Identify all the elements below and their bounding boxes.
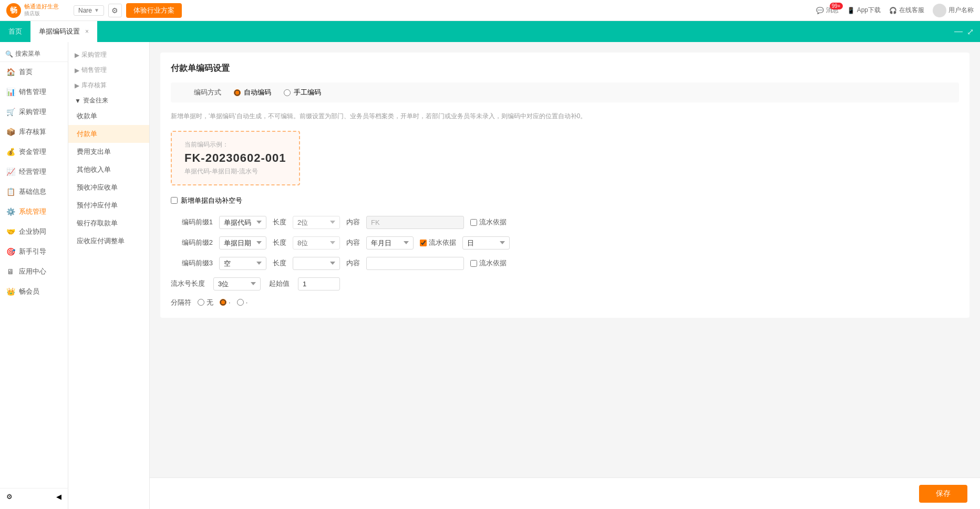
sidebar-item-sales[interactable]: 📊 销售管理 — [0, 82, 68, 102]
sidebar-item-purchase[interactable]: 🛒 采购管理 — [0, 102, 68, 122]
manual-encode-option[interactable]: 手工编码 — [284, 88, 321, 97]
sep-dot-radio[interactable] — [220, 299, 226, 306]
sidebar-settings-icon[interactable]: ⚙ — [6, 493, 13, 501]
serial-length-select[interactable]: 3位 — [213, 277, 261, 290]
serial-length-label: 流水号长度 — [171, 279, 205, 288]
logo-icon: 畅 — [6, 3, 21, 18]
sub-nav-group-purchase[interactable]: ▶ 采购管理 — [68, 46, 149, 61]
sub-nav-group-inventory[interactable]: ▶ 库存核算 — [68, 77, 149, 92]
auto-fill-checkbox[interactable] — [171, 197, 178, 204]
sidebar-item-member[interactable]: 👑 畅会员 — [0, 282, 68, 302]
prefix3-length-select[interactable] — [293, 257, 340, 270]
inventory-group-chevron: ▶ — [75, 82, 79, 89]
tab-settings[interactable]: 单据编码设置 × — [30, 21, 97, 42]
form-row-prefix1: 编码前缀1 单据代码 长度 2位 内容 流水依据 — [171, 216, 959, 229]
prefix3-length-label: 长度 — [273, 258, 286, 268]
serial-length-row: 流水号长度 3位 起始值 — [171, 277, 959, 290]
prefix2-serial-checkbox[interactable] — [420, 240, 427, 246]
auto-fill-row: 新增单据自动补空号 — [171, 196, 959, 205]
sidebar-item-guide[interactable]: 🎯 新手引导 — [0, 242, 68, 262]
sub-nav-item-expense[interactable]: 费用支出单 — [68, 143, 149, 161]
download-icon: 📱 — [847, 7, 855, 14]
sub-nav-item-other-income[interactable]: 其他收入单 — [68, 161, 149, 179]
fullscreen-icon[interactable]: ⤢ — [967, 27, 974, 37]
logo-area: 畅 畅通道好生意 插店版 — [6, 3, 69, 18]
sidebar-search[interactable]: 🔍 搜索菜单 — [0, 46, 68, 62]
sub-nav-item-prepay-receivable[interactable]: 预收冲应收单 — [68, 179, 149, 196]
minimize-icon[interactable]: — — [954, 27, 963, 36]
sub-nav-item-payment[interactable]: 付款单 — [68, 125, 149, 143]
messages-button[interactable]: 💬 消息 99+ — [816, 6, 839, 15]
sidebar-collapse-icon[interactable]: ◀ — [56, 493, 61, 501]
online-service-button[interactable]: 🎧 在线客服 — [889, 6, 924, 15]
prefix3-serial-checkbox[interactable] — [470, 260, 477, 267]
logo-text: 畅通道好生意 插店版 — [24, 3, 59, 17]
tab-close-icon[interactable]: × — [85, 28, 89, 35]
prefix1-select[interactable]: 单据代码 — [219, 216, 266, 229]
prefix3-select[interactable]: 空 — [219, 257, 266, 270]
page-title: 付款单编码设置 — [171, 63, 959, 74]
auto-encode-radio[interactable] — [234, 89, 241, 96]
prefix3-serial-check[interactable]: 流水依据 — [470, 258, 507, 268]
encode-method-row: 编码方式 自动编码 手工编码 — [171, 82, 959, 102]
sidebar-item-enterprise[interactable]: 🤝 企业协同 — [0, 222, 68, 242]
sep-dot-option[interactable]: · — [220, 298, 231, 306]
sub-nav-group-funds[interactable]: ▼ 资金往来 — [68, 92, 149, 107]
sep-none-option[interactable]: 无 — [198, 298, 213, 307]
search-icon: 🔍 — [5, 50, 13, 58]
app-center-icon: 🖥 — [6, 267, 15, 276]
prefix1-content-input — [366, 216, 464, 229]
info-text: 新增单据时，'单据编码'自动生成，不可编辑。前缀设置为部门、业务员等档案类，开单… — [171, 111, 959, 122]
message-icon: 💬 — [816, 7, 824, 14]
user-menu[interactable]: 用户名称 — [933, 4, 974, 17]
service-icon: 🎧 — [889, 7, 897, 14]
prefix1-length-select: 2位 — [293, 216, 340, 229]
sub-nav-item-bank[interactable]: 银行存取款单 — [68, 214, 149, 232]
sub-nav-item-prepay-payable[interactable]: 预付冲应付单 — [68, 196, 149, 214]
preview-box: 当前编码示例： FK-20230602-001 单据代码-单据日期-流水号 — [171, 131, 300, 185]
sub-nav-item-receipt[interactable]: 收款单 — [68, 107, 149, 125]
sep-dot2-option[interactable]: · — [237, 298, 248, 306]
purchase-group-chevron: ▶ — [75, 51, 79, 59]
auto-fill-label: 新增单据自动补空号 — [181, 196, 242, 205]
sidebar-item-operations[interactable]: 📈 经营管理 — [0, 162, 68, 182]
sep-dot2-radio[interactable] — [237, 299, 244, 306]
prefix1-serial-checkbox[interactable] — [470, 219, 477, 226]
sidebar-item-inventory[interactable]: 📦 库存核算 — [0, 122, 68, 142]
settings-icon[interactable]: ⚙ — [108, 4, 122, 17]
prefix2-serial-check[interactable]: 流水依据 — [420, 238, 456, 247]
preview-sub: 单据代码-单据日期-流水号 — [184, 167, 286, 176]
save-button[interactable]: 保存 — [919, 485, 967, 503]
auto-encode-option[interactable]: 自动编码 — [234, 88, 271, 97]
sidebar-item-home[interactable]: 🏠 首页 — [0, 62, 68, 82]
sidebar-item-system[interactable]: ⚙️ 系统管理 — [0, 202, 68, 222]
prefix2-content-select[interactable]: 年月日 — [366, 236, 414, 250]
sub-nav-group-sales[interactable]: ▶ 销售管理 — [68, 61, 149, 77]
sidebar-item-basic-info[interactable]: 📋 基础信息 — [0, 182, 68, 202]
home-icon: 🏠 — [6, 68, 15, 76]
sub-nav: ▶ 采购管理 ▶ 销售管理 ▶ 库存核算 ▼ 资金往来 收款单 付款单 费用支出… — [68, 42, 150, 509]
manual-encode-radio[interactable] — [284, 89, 291, 96]
sidebar-item-app-center[interactable]: 🖥 应用中心 — [0, 262, 68, 282]
tab-home[interactable]: 首页 — [0, 21, 30, 42]
enterprise-icon: 🤝 — [6, 227, 15, 236]
trial-button[interactable]: 体验行业方案 — [126, 3, 182, 18]
company-selector[interactable]: Nare ▼ — [74, 5, 104, 16]
app-download-button[interactable]: 📱 App下载 — [847, 6, 881, 15]
prefix2-serial-unit-select[interactable]: 日 — [462, 236, 510, 250]
sales-icon: 📊 — [6, 88, 15, 96]
header-right: 💬 消息 99+ 📱 App下载 🎧 在线客服 用户名称 — [816, 4, 974, 17]
prefix3-content-input[interactable] — [366, 257, 464, 270]
prefix1-serial-check[interactable]: 流水依据 — [470, 217, 507, 227]
nav-tabs: 首页 单据编码设置 × — ⤢ — [0, 21, 980, 42]
sidebar-item-finance[interactable]: 💰 资金管理 — [0, 142, 68, 162]
funds-group-chevron: ▼ — [75, 97, 81, 105]
member-icon: 👑 — [6, 287, 15, 296]
inventory-icon: 📦 — [6, 128, 15, 136]
sub-nav-item-adjustment[interactable]: 应收应付调整单 — [68, 232, 149, 250]
sep-none-radio[interactable] — [198, 299, 204, 306]
prefix2-select[interactable]: 单据日期 — [219, 236, 266, 250]
start-value-input[interactable] — [298, 277, 340, 290]
prefix2-length-label: 长度 — [273, 238, 286, 247]
content-area: 付款单编码设置 编码方式 自动编码 手工编码 新增单据时，'单据编码'自动生成，… — [150, 42, 980, 509]
